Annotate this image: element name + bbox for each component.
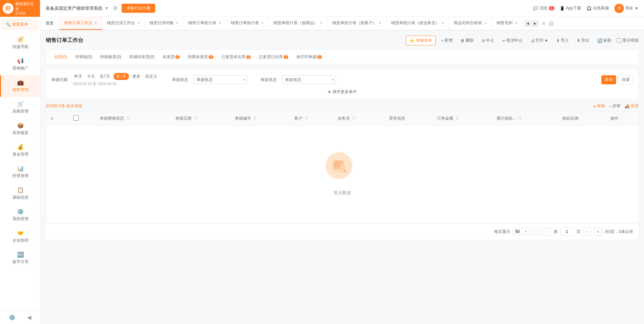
sidebar-item-guide[interactable]: 🆕 新手引导 bbox=[0, 247, 40, 269]
export-button[interactable]: ⬆ 导出 bbox=[574, 36, 592, 45]
th-salesman: 业务员 ⇅ bbox=[334, 112, 385, 125]
date-1month-button[interactable]: 近1月 bbox=[114, 73, 129, 80]
show-detail-checkbox[interactable] bbox=[617, 38, 621, 43]
date-sort-icon[interactable]: ⇅ bbox=[194, 116, 197, 121]
topbar-settings-icon[interactable]: ⚙ bbox=[113, 5, 118, 11]
maximize-button[interactable]: ⬜ bbox=[547, 21, 555, 26]
date-today-button[interactable]: 今天 bbox=[86, 73, 96, 80]
subtab-pending-inspect[interactable]: 待拣验货(0) bbox=[96, 52, 125, 62]
subtab-pending-review[interactable]: 待审核(0) bbox=[71, 52, 96, 62]
first-page-button[interactable]: « bbox=[532, 228, 540, 236]
refresh-button[interactable]: 🔄 刷新 bbox=[595, 36, 614, 45]
payment-select[interactable]: 收款状态 bbox=[282, 75, 336, 84]
table-scroll-area[interactable]: ⚙ 单据整体状态 ⇅ 单据日期 ⇅ bbox=[46, 112, 638, 125]
search-menu-button[interactable]: 🔍 搜索菜单 bbox=[3, 19, 37, 29]
tab-close-sales-workbench[interactable]: ✕ bbox=[94, 21, 97, 25]
tab-sales-exec[interactable]: 销售订单执行表 ✕ bbox=[226, 17, 269, 30]
sidebar-item-enterprise[interactable]: 🤝 企业协同 bbox=[0, 226, 40, 247]
subtab-wangpu[interactable]: 旺铺待发货(0) bbox=[125, 52, 159, 62]
subtab-shipped-not-warehoused[interactable]: 已发货未出库0 bbox=[217, 52, 255, 62]
service-icon: 🎧 bbox=[587, 6, 592, 11]
star-icon: ⭐ bbox=[410, 38, 415, 43]
sidebar-settings-button[interactable]: ⚙️ bbox=[9, 314, 15, 321]
query-button[interactable]: 查询 bbox=[601, 75, 616, 84]
tab-gross-margin[interactable]: 商品毛利分析表 ✕ bbox=[449, 17, 492, 30]
tab-close-gross-margin[interactable]: ✕ bbox=[484, 21, 487, 25]
print-button[interactable]: 🖨 打印 ▼ bbox=[528, 36, 551, 45]
tab-close-stats-product[interactable]: ✕ bbox=[320, 21, 323, 25]
page-input[interactable] bbox=[560, 228, 574, 236]
amount-sort-icon[interactable]: ⇅ bbox=[456, 116, 459, 121]
sidebar-item-system[interactable]: ⚙️ 系统管理 bbox=[0, 204, 40, 226]
salesman-sort-icon[interactable]: ⇅ bbox=[352, 116, 355, 121]
per-page-select[interactable]: 20 50 100 200 bbox=[513, 228, 529, 235]
date-7days-button[interactable]: 近7天 bbox=[98, 73, 112, 80]
tab-close-sales-exec[interactable]: ✕ bbox=[261, 21, 264, 25]
ship-button[interactable]: 🚚 发货 bbox=[625, 103, 639, 109]
date-custom-button[interactable]: 自定义 bbox=[144, 73, 159, 80]
sidebar-item-inventory[interactable]: 📦 库存核算 bbox=[0, 118, 40, 140]
tab-sales-stats-product[interactable]: 销货单统计表（按商品） ✕ bbox=[269, 17, 328, 30]
tab-scroll-right-button[interactable]: ▶ bbox=[532, 20, 539, 27]
tab-close-sales-stats[interactable]: ✕ bbox=[218, 21, 221, 25]
number-sort-icon[interactable]: ⇅ bbox=[253, 116, 257, 121]
tab-sales-stats[interactable]: 销售订单统计表 ✕ bbox=[183, 17, 226, 30]
subtab-all[interactable]: 全部(0) bbox=[50, 52, 71, 62]
next-page-button[interactable]: › bbox=[583, 228, 591, 236]
customer-sort-icon[interactable]: ⇅ bbox=[305, 116, 308, 121]
close-all-tabs-button[interactable]: ✕ bbox=[541, 21, 547, 26]
table-settings-icon[interactable]: ⚙ bbox=[50, 116, 54, 121]
sidebar-item-purchase[interactable]: 🛒 采购管理 bbox=[0, 97, 40, 118]
status-select[interactable]: 单据状态 bbox=[194, 75, 247, 84]
tab-cash-daily[interactable]: 钱货日清工作台 ✕ bbox=[102, 17, 145, 30]
tab-close-stats-customer[interactable]: ✕ bbox=[379, 21, 381, 25]
app-download-button[interactable]: 📱 App下载 bbox=[560, 5, 581, 11]
cancel-stop-button[interactable]: ↩ 取消中止 bbox=[500, 36, 525, 45]
tab-close-cash-reconcile[interactable]: ✕ bbox=[176, 21, 178, 25]
sidebar-item-sales[interactable]: 💼 销售管理 bbox=[0, 75, 40, 97]
sidebar-item-marketing[interactable]: 📢 营销推广 bbox=[0, 54, 40, 75]
sidebar-item-operations[interactable]: 📊 经营管理 bbox=[0, 161, 40, 183]
prev-page-button[interactable]: ‹ bbox=[543, 228, 551, 236]
tab-cash-reconcile[interactable]: 钱货日清对账 ✕ bbox=[145, 17, 183, 30]
tab-close-sales-profit[interactable]: ✕ bbox=[515, 21, 517, 25]
cancel-review-button[interactable]: ○ 弃审 bbox=[609, 103, 620, 109]
sidebar-item-finance[interactable]: 💰 资金管理 bbox=[0, 140, 40, 161]
tab-sales-stats-salesman[interactable]: 销货单统计表（按业务员） ✕ bbox=[386, 17, 449, 30]
settings-button[interactable]: 设置 bbox=[619, 75, 633, 84]
tab-sales-workbench[interactable]: 销售订单工作台 ✕ bbox=[59, 17, 102, 30]
last-page-button[interactable]: » bbox=[594, 228, 602, 236]
add-button[interactable]: + 新增 bbox=[438, 36, 455, 45]
tab-sales-profit[interactable]: 销售毛利 ✕ bbox=[492, 17, 522, 30]
import-button[interactable]: ⬇ 导入 bbox=[554, 36, 571, 45]
user-menu[interactable]: 用 用友 ▼ bbox=[614, 4, 639, 13]
accumulated-sort-icon[interactable]: ⇅ bbox=[518, 116, 522, 121]
tab-scroll-left-button[interactable]: ◀ bbox=[524, 20, 531, 27]
tab-close-cash-daily[interactable]: ✕ bbox=[137, 21, 140, 25]
status-sort-icon[interactable]: ⇅ bbox=[127, 116, 130, 121]
subtab-shipped-warehoused[interactable]: 已发货已出库0 bbox=[255, 52, 292, 62]
select-all-checkbox[interactable] bbox=[73, 115, 79, 121]
subtab-not-shipped[interactable]: 未发货0 bbox=[159, 52, 184, 62]
expand-filter-button[interactable]: ▼ 展开更多条件 bbox=[51, 89, 633, 95]
message-button[interactable]: 💬 消息 6 bbox=[533, 5, 554, 11]
subtab-not-printed[interactable]: 未打印单据0 bbox=[292, 52, 326, 62]
date-yesterday-button[interactable]: 昨天 bbox=[73, 73, 84, 80]
th-payment-ratio: 收款比例 bbox=[558, 112, 606, 125]
smart-generate-button[interactable]: ⭐ 智能生单 bbox=[406, 36, 436, 45]
industry-solution-button[interactable]: 体验行业方案 bbox=[122, 4, 155, 13]
delete-button[interactable]: 🗑 删除 bbox=[458, 36, 476, 45]
date-more-button[interactable]: 更多 bbox=[131, 73, 142, 80]
review-button[interactable]: ● 审核 bbox=[594, 103, 605, 109]
page-suffix: 页 bbox=[576, 229, 581, 235]
page-label: 第 bbox=[554, 229, 558, 235]
tab-close-stats-salesman[interactable]: ✕ bbox=[441, 21, 444, 25]
tab-home[interactable]: 首页 bbox=[40, 17, 59, 30]
sidebar-item-basic-info[interactable]: 📋 基础信息 bbox=[0, 183, 40, 204]
online-service-button[interactable]: 🎧 在线客服 bbox=[587, 5, 609, 11]
sidebar-collapse-button[interactable]: ◀ bbox=[27, 314, 31, 321]
sidebar-item-quick-nav[interactable]: 🧭 快捷导航 bbox=[0, 32, 40, 54]
subtab-overdue-not-shipped[interactable]: 到期未发货0 bbox=[184, 52, 217, 62]
stop-button[interactable]: ⊘ 中止 bbox=[479, 36, 497, 45]
tab-sales-stats-customer[interactable]: 销货单统计表（按客户） ✕ bbox=[328, 17, 386, 30]
